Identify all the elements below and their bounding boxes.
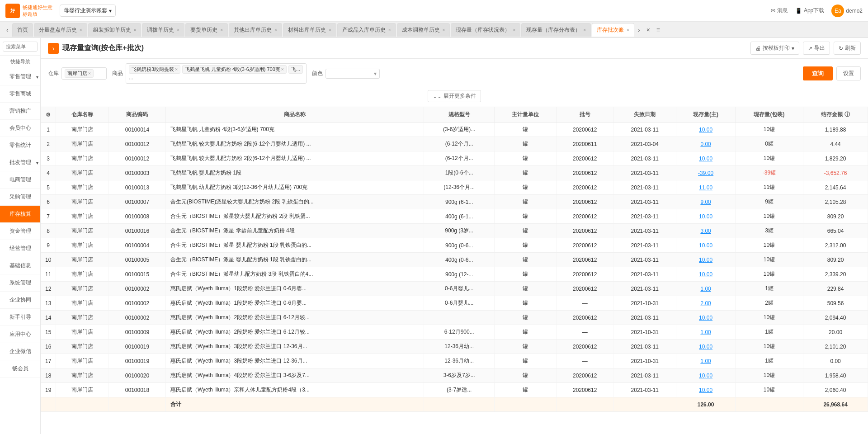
tag-close-icon[interactable]: ×: [175, 67, 178, 72]
sidebar-shortcut[interactable]: 快捷导航: [0, 56, 40, 68]
cell-qty-main[interactable]: 3.00: [676, 224, 735, 238]
cell-qty-main[interactable]: 10.00: [676, 151, 735, 166]
summary-empty-5: [495, 397, 557, 412]
tab-next-btn[interactable]: ›: [635, 25, 643, 34]
cell-qty-main[interactable]: 9.00: [676, 195, 735, 209]
tab-kucun[interactable]: 库存批次账 ×: [592, 23, 634, 37]
sidebar-item-member[interactable]: 会员中心: [0, 120, 40, 137]
tab-diaobo[interactable]: 调拨单历史 ×: [142, 23, 184, 37]
tab-close-icon[interactable]: ×: [583, 28, 586, 33]
sidebar-item-member2[interactable]: 畅会员: [0, 360, 40, 377]
tab-fenpan[interactable]: 分量盘点单历史 ×: [34, 23, 87, 37]
cell-idx: 13: [41, 296, 56, 311]
tab-close-icon[interactable]: ×: [220, 28, 223, 33]
sidebar-item-system[interactable]: 系统管理: [0, 274, 40, 292]
sidebar-item-retail-stats[interactable]: 零售统计: [0, 137, 40, 154]
account-selector[interactable]: 母婴行业演示账套 ▾: [60, 5, 116, 17]
cell-name: 飞鹤星飞帆 幼儿配方奶粉 3段(12-36个月幼儿适用) 700克: [165, 180, 424, 195]
cell-qty-main[interactable]: 10.00: [676, 340, 735, 354]
product-tag-2: 飞鹤星飞帆 儿童奶粉 4段(3-6岁适用) 700克 ×: [182, 65, 287, 74]
more-tags-icon[interactable]: ···: [129, 75, 133, 82]
cell-unit: 罐: [495, 354, 557, 368]
message-button[interactable]: ✉ 消息: [771, 7, 788, 14]
col-settings[interactable]: ⚙: [41, 107, 56, 123]
cell-qty-main[interactable]: 10.00: [676, 209, 735, 224]
sidebar-item-marketing[interactable]: 营销推广: [0, 103, 40, 120]
sidebar-item-finance[interactable]: 资金管理: [0, 223, 40, 240]
sidebar-item-inventory[interactable]: 库存核算: [0, 206, 40, 223]
settings-button[interactable]: 设置: [836, 66, 861, 80]
cell-qty-main[interactable]: 10.00: [676, 267, 735, 282]
tab-yaohuo[interactable]: 要货单历史 ×: [185, 23, 228, 37]
query-button[interactable]: 查询: [803, 66, 833, 80]
export-button[interactable]: ↗ 导出: [803, 42, 830, 55]
cell-unit: 罐: [495, 238, 557, 253]
tab-close-icon[interactable]: ×: [177, 28, 179, 33]
sidebar-item-guide[interactable]: 新手引导: [0, 309, 40, 326]
template-print-button[interactable]: 🖨 按模板打印 ▾: [750, 42, 799, 55]
tab-menu-btn[interactable]: ≡: [654, 25, 663, 34]
tab-close-icon[interactable]: ×: [134, 28, 137, 33]
tab-home[interactable]: 首页: [12, 23, 33, 37]
tab-close-icon[interactable]: ×: [513, 28, 515, 33]
cell-qty-main[interactable]: 2.00: [676, 296, 735, 311]
sidebar-item-mall[interactable]: 零售商城: [0, 85, 40, 103]
sidebar-item-weixin[interactable]: 企业微信: [0, 343, 40, 360]
app-download-button[interactable]: 📱 App下载: [795, 7, 824, 14]
cell-batch: 20200612: [557, 383, 613, 397]
sidebar-item-operation[interactable]: 经营管理: [0, 240, 40, 257]
sidebar-item-purchase[interactable]: 采购管理: [0, 189, 40, 206]
tab-close-icon[interactable]: ×: [274, 28, 277, 33]
tab-zuhe[interactable]: 组装拆卸单历史 ×: [88, 23, 142, 37]
filter-toggle-btn[interactable]: ›: [48, 43, 59, 54]
cell-qty-main[interactable]: 10.00: [676, 383, 735, 397]
cell-qty-main[interactable]: 0.00: [676, 137, 735, 151]
cell-qty-main[interactable]: 10.00: [676, 311, 735, 325]
cell-expire: 2021-03-11: [613, 180, 676, 195]
cell-qty-main[interactable]: 10.00: [676, 368, 735, 383]
tab-close-icon[interactable]: ×: [329, 28, 331, 33]
tab-xiancun2[interactable]: 现存量（库存分布表） ×: [521, 23, 591, 37]
tab-xiancun1[interactable]: 现存量（库存状况表） ×: [451, 23, 520, 37]
user-profile[interactable]: Ea demo2: [831, 5, 863, 17]
tab-qitachu[interactable]: 其他出库单历史 ×: [229, 23, 282, 37]
sidebar-item-wholesale[interactable]: 批发管理 ▾: [0, 154, 40, 171]
cell-qty-main[interactable]: 1.00: [676, 325, 735, 340]
cell-qty-main[interactable]: 1.00: [676, 282, 735, 296]
expand-conditions-button[interactable]: ⌄⌄ 展开更多条件: [428, 90, 481, 102]
search-input[interactable]: [3, 42, 38, 52]
tag-close-icon[interactable]: ×: [281, 67, 284, 72]
cell-qty-main[interactable]: 11.00: [676, 180, 735, 195]
tab-close-icon[interactable]: ×: [388, 28, 391, 33]
chevron-down-icon: ▾: [792, 45, 794, 52]
sidebar-item-retail[interactable]: 零售管理 ▾: [0, 68, 40, 85]
tab-chengben[interactable]: 成本调整单历史 ×: [397, 23, 450, 37]
tab-close-icon[interactable]: ×: [627, 28, 629, 33]
cell-spec: 900g (6-1...: [424, 195, 495, 209]
cell-qty-main[interactable]: 10.00: [676, 253, 735, 267]
cell-qty-main[interactable]: 1.00: [676, 354, 735, 368]
sidebar-item-ecommerce[interactable]: 电商管理: [0, 171, 40, 189]
col-qty-pkg: 现存量(包装): [735, 107, 803, 123]
refresh-button[interactable]: ↻ 刷新: [834, 42, 861, 55]
cell-qty-main[interactable]: 10.00: [676, 123, 735, 137]
cell-qty-pkg: 10罐: [735, 311, 803, 325]
sidebar-item-basic[interactable]: 基础信息: [0, 257, 40, 274]
tag-close-icon[interactable]: ×: [88, 71, 91, 76]
sidebar-item-app-center[interactable]: 应用中心: [0, 326, 40, 343]
tab-prev-btn[interactable]: ‹: [4, 25, 11, 34]
cell-name: 飞鹤星飞帆 较大婴儿配方奶粉 2段(6-12个月婴幼儿适用) ...: [165, 151, 424, 166]
tab-chancheng[interactable]: 产成品入库单历史 ×: [337, 23, 396, 37]
cell-qty-main[interactable]: -39.00: [676, 166, 735, 180]
tab-close-icon[interactable]: ×: [80, 28, 82, 33]
sidebar-item-collab[interactable]: 企业协同: [0, 292, 40, 309]
cell-expire: 2021-03-11: [613, 253, 676, 267]
cell-expire: 2021-03-11: [613, 340, 676, 354]
tab-add-btn[interactable]: ×: [644, 25, 653, 34]
tab-cailiao[interactable]: 材料出库单历史 ×: [283, 23, 336, 37]
tab-close-icon[interactable]: ×: [443, 28, 445, 33]
warehouse-tags[interactable]: 南岸门店 ×: [61, 67, 107, 80]
product-tags[interactable]: 飞鹤奶粉3段两提装 × 飞鹤星飞帆 儿童奶粉 4段(3-6岁适用) 700克 ×…: [126, 63, 307, 84]
cell-qty-main[interactable]: 10.00: [676, 238, 735, 253]
color-tags[interactable]: ▾: [326, 69, 380, 79]
